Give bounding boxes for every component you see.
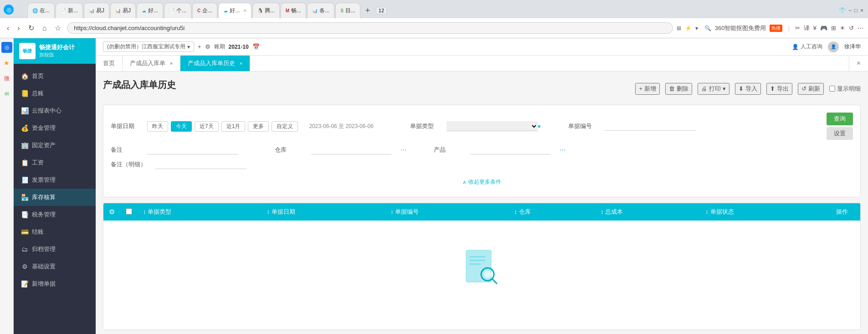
account-settings-icon[interactable]: ⚙ bbox=[205, 43, 211, 50]
add-button[interactable]: + 新增 bbox=[635, 83, 660, 95]
tab-9[interactable]: 🐧 腾... bbox=[252, 3, 280, 18]
tab-6[interactable]: 📄 个... bbox=[164, 3, 191, 18]
sidebar-item-fixed-assets[interactable]: 🏢 固定资产 bbox=[14, 137, 96, 154]
forward-button[interactable]: › bbox=[15, 23, 22, 33]
browser-settings-button[interactable]: ⋯ bbox=[858, 25, 863, 31]
tab-11[interactable]: 📊 各... bbox=[307, 3, 334, 18]
tab-8[interactable]: ☁ 好... × bbox=[218, 3, 251, 18]
product-more-icon[interactable]: ··· bbox=[560, 146, 565, 154]
refresh-button[interactable]: ↻ bbox=[26, 23, 36, 33]
bookmark-button[interactable]: ☆ bbox=[52, 23, 63, 33]
yesterday-button[interactable]: 昨天 bbox=[147, 121, 168, 132]
icon-sidebar-home[interactable]: ◎ bbox=[1, 42, 12, 53]
import-button[interactable]: ⬇ 导入 bbox=[735, 83, 761, 95]
scissors-icon[interactable]: ✂ bbox=[795, 25, 800, 31]
product-filter-input[interactable] bbox=[470, 145, 550, 154]
tab-3[interactable]: 📊 易J bbox=[84, 3, 109, 18]
table-col-warehouse[interactable]: ↕ 仓库 bbox=[508, 203, 595, 221]
tab-2[interactable]: 📄 新... bbox=[56, 3, 83, 18]
browser-refresh-button[interactable]: ↺ bbox=[849, 25, 854, 31]
tab-7[interactable]: C 企... bbox=[192, 3, 217, 18]
close-button[interactable]: × bbox=[860, 7, 863, 14]
close-panel-button[interactable]: × bbox=[849, 56, 868, 71]
tab-count[interactable]: 12 bbox=[376, 7, 387, 14]
detail-remark-filter-input[interactable] bbox=[155, 160, 247, 169]
table-col-number[interactable]: ↕ 单据编号 bbox=[385, 203, 508, 221]
display-detail-checkbox[interactable] bbox=[829, 86, 835, 92]
add-account-button[interactable]: + bbox=[198, 43, 201, 50]
sidebar-item-fund-management[interactable]: 💰 资金管理 bbox=[14, 119, 96, 137]
report-icon: 📊 bbox=[21, 107, 28, 114]
sidebar-item-report-center[interactable]: 📊 云报表中心 bbox=[14, 102, 96, 119]
maximize-button[interactable]: □ bbox=[854, 7, 858, 14]
collapse-button[interactable]: ∧ 收起更多条件 bbox=[111, 175, 853, 190]
table-col-check[interactable] bbox=[120, 203, 138, 221]
tab-1[interactable]: 🌐 在... bbox=[27, 3, 55, 18]
back-button[interactable]: ‹ bbox=[5, 23, 11, 33]
tab-12[interactable]: S 目... bbox=[335, 3, 360, 18]
last7days-button[interactable]: 近7天 bbox=[195, 121, 219, 132]
display-detail-checkbox-label[interactable]: 显示明细 bbox=[829, 85, 861, 93]
warehouse-filter-input[interactable] bbox=[311, 145, 391, 154]
table-col-date[interactable]: ↕ 单据日期 bbox=[261, 203, 385, 221]
select-all-checkbox[interactable] bbox=[126, 208, 132, 215]
filter-settings-button[interactable]: 设置 bbox=[827, 127, 853, 140]
sidebar-item-invoice[interactable]: 🧾 发票管理 bbox=[14, 171, 96, 189]
sidebar-item-tax[interactable]: 📑 税务管理 bbox=[14, 206, 96, 223]
sidebar-item-settlement[interactable]: 💳 结账 bbox=[14, 223, 96, 241]
table-col-gear[interactable]: ⚙ bbox=[103, 203, 120, 221]
today-button[interactable]: 今天 bbox=[171, 121, 192, 132]
table-gear-icon[interactable]: ⚙ bbox=[109, 208, 115, 216]
icon-sidebar-email[interactable]: ✉ bbox=[1, 88, 12, 99]
icon-sidebar-star[interactable]: ★ bbox=[1, 57, 12, 68]
table-col-total-cost[interactable]: ↕ 总成本 bbox=[595, 203, 700, 221]
query-button[interactable]: 查询 bbox=[827, 113, 853, 125]
more-date-button[interactable]: 更多 bbox=[248, 121, 269, 132]
refresh-icon: ↺ bbox=[801, 85, 806, 92]
refresh-button[interactable]: ↺ 刷新 bbox=[798, 83, 824, 95]
gamepad-button[interactable]: 🎮 bbox=[820, 25, 827, 31]
tab-5[interactable]: ☁ 好... bbox=[137, 3, 163, 18]
ledger-icon: 📒 bbox=[21, 90, 28, 97]
warehouse-more-icon[interactable]: ··· bbox=[401, 146, 406, 154]
address-input[interactable] bbox=[67, 22, 673, 34]
sidebar-item-inventory[interactable]: 🏪 库存核算 bbox=[14, 189, 96, 206]
ai-consult-button[interactable]: 👤 人工咨询 bbox=[792, 43, 822, 51]
minimize-button[interactable]: − bbox=[848, 7, 852, 14]
sidebar-item-archive[interactable]: 🗂 归档管理 bbox=[14, 241, 96, 258]
delete-button[interactable]: 🗑 删除 bbox=[665, 83, 692, 95]
sidebar-item-home[interactable]: 🏠 首页 bbox=[14, 67, 96, 85]
list-tab-close-icon[interactable]: × bbox=[170, 61, 173, 66]
account-selector[interactable]: (勿删勿禁用）江西服宝测试专用 ▾ bbox=[103, 41, 194, 52]
yen-button[interactable]: ¥ bbox=[813, 25, 817, 31]
sidebar-item-basic-settings[interactable]: ⚙ 基础设置 bbox=[14, 258, 96, 275]
history-tab-close-icon[interactable]: × bbox=[240, 61, 242, 66]
breadcrumb-home-label: 首页 bbox=[103, 60, 115, 67]
icon-sidebar-weibo[interactable]: 微 bbox=[1, 73, 12, 84]
breadcrumb-list-tab[interactable]: 产成品入库单 × bbox=[123, 56, 180, 71]
grid-button[interactable]: ⊞ bbox=[831, 25, 836, 31]
tab-4[interactable]: 📊 易J bbox=[110, 3, 136, 18]
calendar-icon[interactable]: 📅 bbox=[252, 43, 260, 50]
tab8-close-icon[interactable]: × bbox=[243, 8, 246, 13]
type-filter-select[interactable] bbox=[447, 121, 538, 131]
new-tab-button[interactable]: + bbox=[361, 4, 374, 17]
sidebar-item-payroll[interactable]: 📋 工资 bbox=[14, 154, 96, 171]
home-button[interactable]: ⌂ bbox=[40, 23, 49, 33]
theme-button[interactable]: ☀ bbox=[840, 25, 845, 31]
search-label[interactable]: 360智能抠图免费用 bbox=[715, 24, 766, 32]
remark-filter-input[interactable] bbox=[147, 145, 238, 154]
custom-date-button[interactable]: 自定义 bbox=[272, 121, 298, 132]
sidebar-item-new-document[interactable]: 📝 新增单据 bbox=[14, 275, 96, 293]
breadcrumb-home[interactable]: 首页 bbox=[96, 56, 123, 71]
last1month-button[interactable]: 近1月 bbox=[221, 121, 246, 132]
tab-10[interactable]: M 畅... bbox=[281, 3, 306, 18]
breadcrumb-history-tab[interactable]: 产成品入库单历史 × bbox=[180, 56, 250, 71]
table-col-status[interactable]: ↕ 单据状态 bbox=[700, 203, 824, 221]
print-button[interactable]: 🖨 打印 ▾ bbox=[698, 83, 729, 95]
translate-button[interactable]: 译 bbox=[804, 24, 810, 32]
table-col-type[interactable]: ↕ 单据类型 bbox=[138, 203, 261, 221]
export-button[interactable]: ⬆ 导出 bbox=[766, 83, 792, 95]
sidebar-item-general-ledger[interactable]: 📒 总账 bbox=[14, 85, 96, 102]
number-filter-input[interactable] bbox=[605, 122, 696, 131]
